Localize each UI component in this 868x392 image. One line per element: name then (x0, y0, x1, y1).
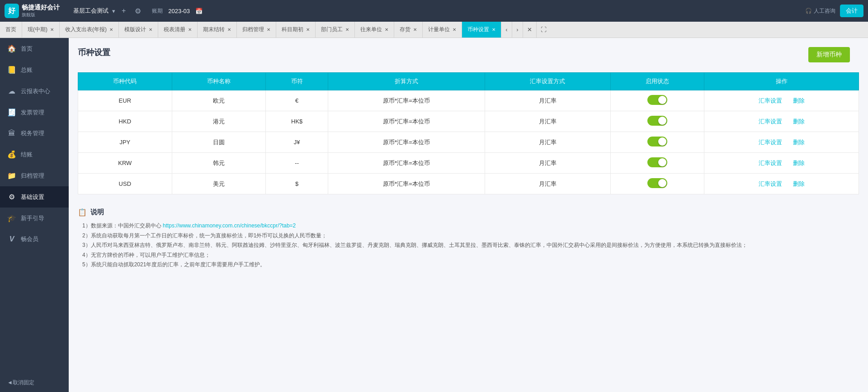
logo-icon: 好 (5, 4, 19, 18)
sidebar-item-settlement[interactable]: 💰 结账 (0, 144, 69, 165)
cell-rate-type: 月汇率 (485, 111, 610, 132)
topbar-right: 🎧 人工咨询 会计 (805, 5, 863, 17)
enable-toggle[interactable] (647, 116, 667, 126)
tab-next-button[interactable]: › (512, 22, 523, 38)
toggle-knob (658, 117, 666, 125)
tab-prev-button[interactable]: ‹ (501, 22, 512, 38)
tab-close-icon[interactable]: ✕ (188, 27, 192, 32)
tab-template-design[interactable]: 模版设计 ✕ (119, 22, 158, 38)
unpin-sidebar-button[interactable]: ◄取消固定 (7, 379, 61, 387)
expand-tabs-button[interactable]: ⛶ (537, 22, 550, 38)
cell-actions: 汇率设置 删除 (704, 174, 859, 194)
tab-close-icon[interactable]: ✕ (227, 27, 231, 32)
sidebar-item-archive[interactable]: 📁 归档管理 (0, 165, 69, 186)
add-tab-button[interactable]: + (122, 7, 126, 15)
tab-unit[interactable]: 计量单位 ✕ (423, 22, 462, 38)
account-button[interactable]: 会计 (840, 5, 863, 17)
tab-counterparty[interactable]: 往来单位 ✕ (355, 22, 394, 38)
enable-toggle[interactable] (647, 95, 667, 105)
guide-icon: 🎓 (7, 214, 16, 222)
tab-subject-init[interactable]: 科目期初 ✕ (276, 22, 316, 38)
cell-name: 欧元 (172, 90, 266, 111)
notes-item: 1）数据来源：中国外汇交易中心 https://www.chinamoney.c… (82, 221, 859, 231)
sidebar-item-tax[interactable]: 🏛 税务管理 (0, 123, 69, 144)
tab-close-icon[interactable]: ✕ (109, 27, 113, 32)
notes-list: 1）数据来源：中国外汇交易中心 https://www.chinamoney.c… (78, 221, 859, 270)
sidebar-item-reports[interactable]: ☁ 云报表中心 (0, 80, 69, 102)
notes-item: 2）系统自动获取每月第一个工作日的汇率标价，统一为直接标价法，即1外币可以兑换的… (82, 231, 859, 241)
sidebar-bottom: ◄取消固定 (0, 373, 69, 392)
archive-icon: 📁 (7, 171, 16, 180)
cell-rate-type: 月汇率 (485, 90, 610, 111)
rate-setting-button[interactable]: 汇率设置 (759, 160, 782, 166)
cell-toggle (610, 132, 704, 153)
delete-button[interactable]: 删除 (793, 118, 805, 125)
settings-icon: ⚙ (7, 193, 16, 201)
period-label: 账期 (152, 7, 163, 15)
delete-button[interactable]: 删除 (793, 180, 805, 187)
ledger-icon: 📒 (7, 66, 16, 74)
tab-archive[interactable]: 归档管理 ✕ (237, 22, 276, 38)
rate-setting-button[interactable]: 汇率设置 (759, 97, 782, 104)
cell-toggle (610, 174, 704, 194)
tab-close-icon[interactable]: ✕ (149, 27, 152, 32)
cell-symbol: -- (266, 153, 328, 174)
cell-name: 美元 (172, 174, 266, 194)
col-name: 币种名称 (172, 73, 266, 90)
rate-setting-button[interactable]: 汇率设置 (759, 118, 782, 125)
notes-icon: 📋 (78, 208, 87, 217)
tab-close-icon[interactable]: ✕ (413, 27, 417, 32)
tab-close-icon[interactable]: ✕ (453, 27, 456, 32)
tab-inventory[interactable]: 存货 ✕ (394, 22, 423, 38)
support-button[interactable]: 🎧 人工咨询 (805, 7, 835, 15)
col-symbol: 币符 (266, 73, 328, 90)
rate-setting-button[interactable]: 汇率设置 (759, 180, 782, 187)
sidebar-item-home[interactable]: 🏠 首页 (0, 38, 69, 59)
sidebar-item-guide[interactable]: 🎓 新手引导 (0, 208, 69, 229)
sidebar-item-ledger[interactable]: 📒 总账 (0, 59, 69, 80)
tab-close-icon[interactable]: ✕ (50, 27, 54, 32)
notes-header: 📋 说明 (78, 208, 859, 217)
cell-actions: 汇率设置 删除 (704, 111, 859, 132)
delete-button[interactable]: 删除 (793, 160, 805, 166)
sidebar-item-member[interactable]: V 畅会员 (0, 229, 69, 250)
close-all-tabs-button[interactable]: ✕ (523, 22, 537, 38)
tab-annual-report[interactable]: 收入支出表(年报) ✕ (60, 22, 119, 38)
sidebar-item-settings[interactable]: ⚙ 基础设置 (0, 186, 69, 208)
tab-close-icon[interactable]: ✕ (385, 27, 388, 32)
col-code: 币种代码 (78, 73, 172, 90)
enable-toggle[interactable] (647, 157, 667, 167)
new-currency-button[interactable]: 新增币种 (808, 47, 850, 62)
enable-toggle[interactable] (647, 137, 667, 146)
enable-toggle[interactable] (647, 178, 667, 188)
notes-item: 5）系统只能自动抓取2021年度后的汇率，之前年度汇率需要用户手工维护。 (82, 260, 859, 270)
cell-calc: 原币*汇率=本位币 (328, 153, 485, 174)
toggle-knob (658, 179, 666, 187)
tab-tax-table[interactable]: 税表清册 ✕ (158, 22, 198, 38)
app-subtitle: 旗舰版 (22, 12, 60, 18)
tabs-bar: 首页 现(中期) ✕ 收入支出表(年报) ✕ 模版设计 ✕ 税表清册 ✕ 期末结… (0, 22, 868, 38)
cell-actions: 汇率设置 删除 (704, 153, 859, 174)
notes-link[interactable]: https://www.chinamoney.com.cn/chinese/bk… (163, 222, 296, 229)
sidebar: 🏠 首页 📒 总账 ☁ 云报表中心 🧾 发票管理 🏛 税务管理 💰 结账 (0, 38, 69, 392)
tab-mid-period[interactable]: 现(中期) ✕ (22, 22, 60, 38)
rate-setting-button[interactable]: 汇率设置 (759, 139, 782, 146)
toggle-knob (658, 137, 666, 146)
project-dropdown-icon[interactable]: ▾ (112, 8, 115, 14)
col-calc: 折算方式 (328, 73, 485, 90)
calendar-icon[interactable]: 📅 (195, 8, 203, 14)
tab-close-active-icon[interactable]: ✕ (492, 27, 495, 32)
tab-close-icon[interactable]: ✕ (267, 27, 270, 32)
tab-close-icon[interactable]: ✕ (345, 27, 349, 32)
delete-button[interactable]: 删除 (793, 97, 805, 104)
tab-close-icon[interactable]: ✕ (306, 27, 310, 32)
notes-title: 说明 (90, 208, 104, 217)
settings-icon[interactable]: ⚙ (135, 7, 141, 15)
tab-home[interactable]: 首页 (0, 22, 22, 38)
tab-dept-staff[interactable]: 部门员工 ✕ (316, 22, 355, 38)
table-row: HKD 港元 HK$ 原币*汇率=本位币 月汇率 汇率设置 删除 (78, 111, 859, 132)
tab-currency[interactable]: 币种设置 ✕ (462, 22, 501, 38)
tab-period-close[interactable]: 期末结转 ✕ (198, 22, 237, 38)
sidebar-item-invoice[interactable]: 🧾 发票管理 (0, 102, 69, 123)
delete-button[interactable]: 删除 (793, 139, 805, 146)
